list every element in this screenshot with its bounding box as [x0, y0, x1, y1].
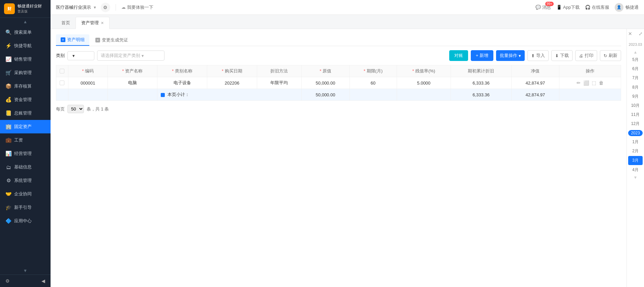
- panel-month-nov[interactable]: 11月: [627, 110, 644, 119]
- panel-month-mar[interactable]: 3月: [628, 156, 643, 165]
- category-filter-input[interactable]: 请选择固定资产类别 ▾: [97, 51, 164, 61]
- sidebar-scroll-down[interactable]: ▼: [0, 267, 51, 275]
- panel-scroll-down[interactable]: ▼: [633, 174, 638, 181]
- sidebar-menu: 🔍 搜索菜单 ⚡ 快捷导航 📈 销售管理 🛒 采购管理 📦 库存核算 💰 资金管…: [0, 26, 51, 267]
- capital-icon: 💰: [5, 97, 11, 103]
- app-download-btn[interactable]: 📱 App下载: [556, 4, 580, 10]
- sidebar-item-inventory[interactable]: 📦 库存核算: [0, 79, 51, 93]
- sidebar-item-sales[interactable]: 📈 销售管理: [0, 53, 51, 66]
- sub-tab-change-voucher[interactable]: ≡ 变更生成凭证: [91, 34, 133, 46]
- import-icon: ⬆: [531, 53, 535, 58]
- sidebar-scroll-up[interactable]: ▲: [0, 18, 51, 26]
- sidebar-item-capital[interactable]: 💰 资金管理: [0, 93, 51, 106]
- row-original-value: 50,000.00: [301, 77, 349, 89]
- appstore-icon: 🔷: [5, 218, 11, 224]
- sidebar-item-appstore[interactable]: 🔷 应用中心: [0, 214, 51, 228]
- edit-icon[interactable]: ✏: [577, 80, 581, 86]
- table-row: 000001 电脑 电子设备 202206 年限平均 50,000.00 60 …: [56, 77, 621, 89]
- sidebar-item-label: 基础信息: [14, 164, 32, 170]
- import-btn[interactable]: ⬆ 导入: [527, 50, 549, 61]
- sidebar-item-enterprise[interactable]: 🤝 企业协同: [0, 187, 51, 201]
- main-container: 医疗器械行业演示 ▼ ⚙ ☁ 我要体验一下 💬 消息 99+ 📱 App下载 🎧…: [51, 0, 644, 287]
- topbar-settings-btn[interactable]: ⚙: [101, 3, 110, 12]
- sidebar-item-label: 库存核算: [14, 83, 32, 89]
- select-all-checkbox[interactable]: [60, 69, 64, 73]
- panel-month-dec[interactable]: 12月: [627, 119, 644, 128]
- sidebar-item-label: 经营管理: [14, 151, 32, 157]
- messages-icon: 💬: [535, 5, 541, 10]
- sidebar-item-quicknav[interactable]: ⚡ 快捷导航: [0, 39, 51, 53]
- sidebar-item-fixed[interactable]: 🏢 固定资产: [0, 120, 51, 133]
- experience-btn[interactable]: ☁ 我要体验一下: [121, 4, 153, 10]
- sidebar-item-payroll[interactable]: 💼 工资: [0, 133, 51, 147]
- th-actions: 操作: [559, 65, 621, 77]
- subtotal-initial-accumulated: 6,333.36: [451, 89, 511, 101]
- right-panel-close-btn[interactable]: ✕: [628, 31, 632, 36]
- sidebar-item-label: 快捷导航: [14, 43, 32, 49]
- category-select-arrow: ▾: [72, 53, 75, 58]
- category-input-arrow: ▾: [142, 53, 144, 58]
- panel-month-jul[interactable]: 7月: [627, 73, 644, 83]
- action-icons-group: ✏ ⬜ ⬚ 🗑: [563, 80, 617, 86]
- year-2023-badge[interactable]: 2023: [628, 130, 643, 136]
- transfer-icon[interactable]: ⬚: [592, 80, 596, 86]
- th-name: 资产名称: [108, 65, 157, 77]
- guide-icon: 🎓: [5, 204, 11, 211]
- collapse-icon[interactable]: ◀: [41, 278, 45, 284]
- sidebar-item-basic[interactable]: 🗂 基础信息: [0, 160, 51, 174]
- panel-month-jun[interactable]: 6月: [627, 64, 644, 73]
- operations-icon: 📊: [5, 151, 11, 157]
- row-net-value: 42,874.97: [511, 77, 559, 89]
- sidebar-item-search[interactable]: 🔍 搜索菜单: [0, 26, 51, 39]
- panel-month-may[interactable]: 5月: [627, 55, 644, 64]
- sub-tab-asset-detail[interactable]: ≡ 资产明细: [56, 34, 89, 46]
- sidebar-item-label: 新手引导: [14, 204, 32, 211]
- tab-home[interactable]: 首页: [56, 17, 75, 29]
- support-btn[interactable]: 🎧 在线客服: [585, 4, 609, 10]
- row-checkbox[interactable]: [60, 81, 64, 85]
- sub-tab-change-voucher-label: 变更生成凭证: [102, 37, 128, 43]
- panel-month-aug[interactable]: 8月: [627, 83, 644, 92]
- tab-asset-mgmt[interactable]: 资产管理 ✕: [75, 17, 110, 29]
- refresh-btn[interactable]: ↻ 刷新: [600, 50, 621, 61]
- sidebar-item-guide[interactable]: 🎓 新手引导: [0, 201, 51, 214]
- per-page-select[interactable]: 50: [67, 105, 84, 113]
- panel-month-apr[interactable]: 4月: [627, 165, 644, 174]
- batch-dropdown-arrow: ▾: [519, 53, 521, 58]
- search-icon: 🔍: [5, 29, 11, 35]
- app-logo[interactable]: 财 畅捷通好业财 普及版: [0, 0, 51, 18]
- tab-close-icon[interactable]: ✕: [101, 21, 104, 25]
- panel-month-sep[interactable]: 9月: [627, 92, 644, 101]
- panel-month-feb[interactable]: 2月: [627, 147, 644, 156]
- sidebar-item-label: 搜索菜单: [14, 29, 32, 35]
- panel-month-oct[interactable]: 10月: [627, 101, 644, 110]
- category-filter-select[interactable]: ▾: [67, 51, 94, 60]
- sidebar-item-operations[interactable]: 📊 经营管理: [0, 147, 51, 160]
- settings-bottom-icon[interactable]: ⚙: [5, 278, 10, 284]
- app-version: 普及版: [18, 9, 42, 14]
- reconcile-btn[interactable]: 对账: [449, 50, 468, 61]
- panel-scroll-up[interactable]: ▲: [633, 49, 638, 55]
- new-btn[interactable]: + 新增: [471, 50, 493, 61]
- company-name: 医疗器械行业演示: [56, 4, 91, 10]
- right-panel-expand-btn[interactable]: ⤢: [639, 31, 643, 36]
- download-btn[interactable]: ⬇ 下载: [551, 50, 573, 61]
- sidebar-item-label: 工资: [14, 137, 23, 143]
- sidebar-item-purchase[interactable]: 🛒 采购管理: [0, 66, 51, 79]
- sidebar-item-ledger[interactable]: 📒 总账管理: [0, 106, 51, 120]
- th-category: 类别名称: [157, 65, 207, 77]
- basic-icon: 🗂: [5, 164, 11, 170]
- company-selector[interactable]: 医疗器械行业演示 ▼: [56, 4, 97, 10]
- company-dropdown-arrow: ▼: [93, 5, 97, 9]
- copy-icon[interactable]: ⬜: [583, 80, 589, 86]
- sidebar-item-system[interactable]: ⚙ 系统管理: [0, 174, 51, 187]
- panel-month-jan[interactable]: 1月: [627, 137, 644, 147]
- change-voucher-tab-icon: ≡: [95, 38, 100, 42]
- user-menu[interactable]: 👤 畅捷通: [615, 3, 639, 12]
- delete-icon[interactable]: 🗑: [599, 80, 604, 86]
- messages-btn[interactable]: 💬 消息 99+: [535, 4, 551, 10]
- right-panel-year-label: 2023.03: [629, 41, 642, 48]
- tabs-bar: 首页 资产管理 ✕: [51, 15, 644, 29]
- batch-btn[interactable]: 批量操作 ▾: [496, 50, 525, 61]
- print-btn[interactable]: 🖨 打印: [575, 50, 597, 61]
